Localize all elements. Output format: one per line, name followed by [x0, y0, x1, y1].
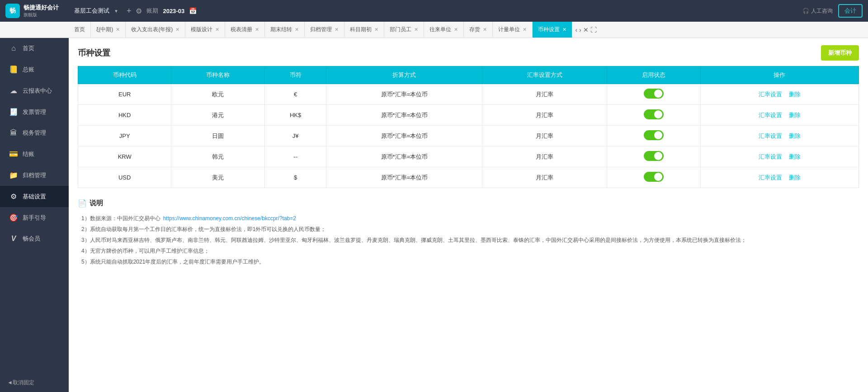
- new-currency-button[interactable]: 新增币种: [821, 45, 859, 61]
- pin-button[interactable]: ◄取消固定: [7, 379, 61, 387]
- toggle-track: [644, 89, 664, 99]
- prev-tab-button[interactable]: ‹: [575, 26, 577, 33]
- delete-link[interactable]: 删除: [789, 153, 801, 160]
- sidebar-item-reports[interactable]: ☁ 云报表中心: [0, 80, 69, 101]
- tab-subject-init-label: 科目期初: [350, 26, 372, 33]
- pin-label: ◄取消固定: [7, 379, 34, 387]
- close-all-tabs-button[interactable]: ✕: [583, 26, 589, 33]
- cell-code: HKD: [78, 105, 171, 126]
- cell-symbol: $: [264, 167, 326, 188]
- tab-close-icon[interactable]: ✕: [335, 27, 339, 33]
- support-button[interactable]: 🎧 人工咨询: [802, 7, 833, 15]
- cell-actions: 汇率设置 删除: [700, 105, 859, 126]
- page-title: 币种设置: [78, 47, 110, 58]
- cell-name: 港元: [171, 105, 264, 126]
- workspace-name[interactable]: 基层工会测试: [74, 7, 109, 15]
- sidebar-item-checkout[interactable]: 💳 结账: [0, 143, 69, 165]
- note-item-3: 3）人民币对马来西亚林吉特、俄罗斯卢布、南非兰特、韩元、阿联酋迪拉姆、沙特里亚尔…: [81, 235, 859, 246]
- tab-close-icon[interactable]: ✕: [175, 27, 179, 33]
- delete-link[interactable]: 删除: [789, 174, 801, 181]
- tab-close-icon[interactable]: ✕: [215, 27, 219, 33]
- tab-close-icon[interactable]: ✕: [295, 27, 299, 33]
- ledger-icon: 📒: [9, 65, 18, 74]
- table-row: EUR 欧元 € 原币*汇率=本位币 月汇率 汇率设置 删除: [78, 84, 859, 105]
- tab-tax-list[interactable]: 税表清册 ✕: [225, 22, 265, 38]
- table-body: EUR 欧元 € 原币*汇率=本位币 月汇率 汇率设置 删除 HKD 港元 HK…: [78, 84, 859, 188]
- tab-close-icon[interactable]: ✕: [374, 27, 378, 33]
- sidebar-item-archive[interactable]: 📁 归档管理: [0, 165, 69, 186]
- calendar-icon[interactable]: 📅: [189, 7, 197, 14]
- workspace-add-button[interactable]: +: [127, 6, 132, 16]
- sidebar-item-general-ledger[interactable]: 📒 总账: [0, 59, 69, 80]
- sidebar-item-settings[interactable]: ⚙ 基础设置: [0, 186, 69, 207]
- account-button[interactable]: 会计: [838, 4, 863, 18]
- sidebar-item-reports-label: 云报表中心: [23, 87, 52, 95]
- delete-link[interactable]: 删除: [789, 132, 801, 139]
- toggle-switch[interactable]: [644, 89, 664, 99]
- sidebar-item-member[interactable]: V 畅会员: [0, 228, 69, 249]
- guide-icon: 🎯: [9, 213, 18, 222]
- tab-close-icon[interactable]: ✕: [255, 27, 259, 33]
- toggle-switch[interactable]: [644, 130, 664, 140]
- logo-text-block: 畅捷通好会计 旗舰版: [24, 4, 59, 18]
- tab-inventory[interactable]: 存货 ✕: [464, 22, 493, 38]
- sidebar-item-guide[interactable]: 🎯 新手引导: [0, 207, 69, 228]
- toggle-track: [644, 130, 664, 140]
- tab-currency[interactable]: 币种设置 ✕: [533, 22, 572, 38]
- expand-tab-button[interactable]: ⛶: [590, 26, 597, 33]
- col-name: 币种名称: [171, 66, 264, 84]
- workspace-settings-icon[interactable]: ⚙: [136, 7, 142, 15]
- table-row: JPY 日圆 J¥ 原币*汇率=本位币 月汇率 汇率设置 删除: [78, 126, 859, 146]
- sidebar-item-settings-label: 基础设置: [23, 193, 46, 201]
- rate-setting-link[interactable]: 汇率设置: [759, 132, 782, 139]
- logo-icon: 畅: [5, 4, 20, 18]
- cell-method: 原币*汇率=本位币: [326, 105, 482, 126]
- cell-code: USD: [78, 167, 171, 188]
- tab-unit[interactable]: 计量单位 ✕: [493, 22, 533, 38]
- tab-close-icon[interactable]: ✕: [454, 27, 458, 33]
- cell-rate-type: 月汇率: [482, 126, 607, 146]
- settings-icon: ⚙: [9, 192, 18, 201]
- cell-status: [607, 146, 700, 167]
- table-row: KRW 韩元 -- 原币*汇率=本位币 月汇率 汇率设置 删除: [78, 146, 859, 167]
- note-link[interactable]: https://www.chinamoney.com.cn/chinese/bk…: [163, 213, 296, 224]
- tab-mid-period[interactable]: ξ(中期) ✕: [91, 22, 126, 38]
- tab-annual-report[interactable]: 收入支出表(年报) ✕: [126, 22, 185, 38]
- tab-close-icon[interactable]: ✕: [414, 27, 418, 33]
- tab-archive[interactable]: 归档管理 ✕: [305, 22, 344, 38]
- invoice-icon: 🧾: [9, 108, 18, 116]
- toggle-switch[interactable]: [644, 151, 664, 161]
- toggle-switch[interactable]: [644, 109, 664, 119]
- rate-setting-link[interactable]: 汇率设置: [759, 174, 782, 181]
- toggle-track: [644, 109, 664, 119]
- tab-period-close[interactable]: 期末结转 ✕: [265, 22, 305, 38]
- rate-setting-link[interactable]: 汇率设置: [759, 91, 782, 98]
- tab-home[interactable]: 首页: [69, 22, 91, 38]
- sidebar: ⌂ 首页 📒 总账 ☁ 云报表中心 🧾 发票管理 🏛 税务管理 💳 结账: [0, 38, 69, 392]
- sidebar-item-checkout-label: 结账: [23, 150, 34, 158]
- tab-close-icon[interactable]: ✕: [116, 27, 120, 33]
- tab-contacts[interactable]: 往来单位 ✕: [424, 22, 464, 38]
- tab-subject-init[interactable]: 科目期初 ✕: [344, 22, 384, 38]
- delete-link[interactable]: 删除: [789, 91, 801, 98]
- next-tab-button[interactable]: ›: [579, 26, 581, 33]
- sidebar-item-tax[interactable]: 🏛 税务管理: [0, 123, 69, 143]
- delete-link[interactable]: 删除: [789, 112, 801, 118]
- cell-method: 原币*汇率=本位币: [326, 146, 482, 167]
- tab-unit-label: 计量单位: [498, 26, 520, 33]
- sidebar-item-home[interactable]: ⌂ 首页: [0, 38, 69, 59]
- tab-template-design[interactable]: 模版设计 ✕: [185, 22, 225, 38]
- workspace-dropdown-icon[interactable]: ▼: [114, 9, 118, 14]
- tab-close-icon[interactable]: ✕: [562, 27, 566, 33]
- rate-setting-link[interactable]: 汇率设置: [759, 112, 782, 118]
- tab-dept-employee[interactable]: 部门员工 ✕: [384, 22, 424, 38]
- tab-close-icon[interactable]: ✕: [523, 27, 527, 33]
- col-action: 操作: [700, 66, 859, 84]
- rate-setting-link[interactable]: 汇率设置: [759, 153, 782, 160]
- tab-dept-employee-label: 部门员工: [390, 26, 411, 33]
- sidebar-bottom: ◄取消固定: [0, 373, 69, 392]
- tab-close-icon[interactable]: ✕: [483, 27, 487, 33]
- toggle-switch[interactable]: [644, 172, 664, 182]
- sidebar-item-invoice[interactable]: 🧾 发票管理: [0, 101, 69, 123]
- note-section: 📄 说明 1）数据来源：中国外汇交易中心 https://www.chinamo…: [78, 199, 859, 267]
